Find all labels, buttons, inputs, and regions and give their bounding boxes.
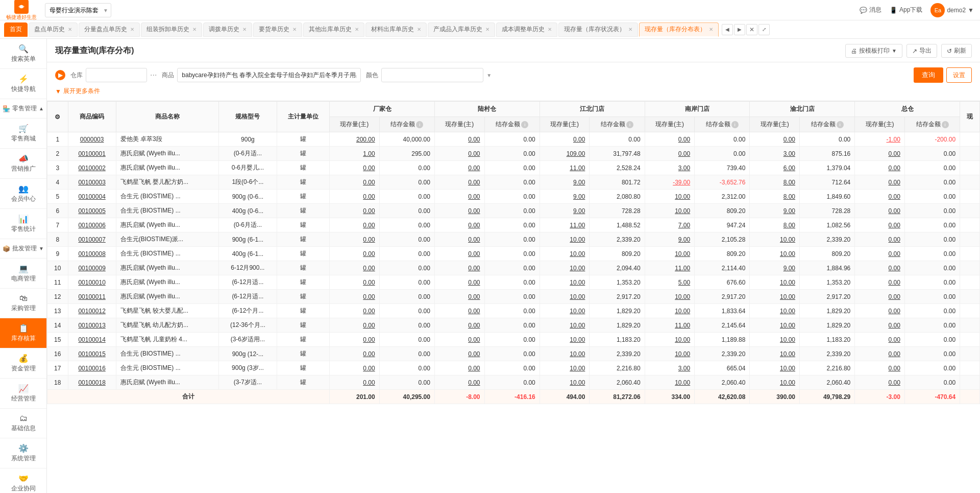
expand-button[interactable]: ▼ 展开更多条件	[55, 87, 100, 96]
cell-nanan-qty[interactable]: -39.00	[645, 175, 695, 190]
cell-lucun-qty[interactable]: 0.00	[434, 304, 484, 318]
cell-total-qty[interactable]: 0.00	[855, 333, 905, 347]
cell-yubei-qty[interactable]: 8.00	[750, 175, 800, 190]
lucun-amt-info[interactable]: i	[521, 121, 528, 128]
cell-yubei-qty[interactable]: 10.00	[750, 375, 800, 390]
message-button[interactable]: 💬 消息	[860, 6, 881, 14]
cell-code[interactable]: 00100011	[68, 290, 116, 304]
tab-outstock[interactable]: 其他出库单历史 ✕	[303, 22, 364, 37]
tab-product-in[interactable]: 产成品入库单历史 ✕	[428, 22, 495, 37]
tab-cost-adjust-close[interactable]: ✕	[548, 27, 552, 32]
cell-yubei-qty[interactable]: 8.00	[750, 190, 800, 204]
cell-code[interactable]: 0000003	[68, 132, 116, 147]
color-input[interactable]	[381, 68, 483, 82]
cell-total-qty[interactable]: 0.00	[855, 247, 905, 261]
sidebar-item-retail-shop[interactable]: 🛒 零售商城	[0, 119, 46, 149]
color-dropdown-arrow[interactable]: ▼	[486, 73, 492, 78]
sidebar-item-search[interactable]: 🔍 搜索英单	[0, 39, 46, 69]
tab-assemble[interactable]: 组装拆卸单历史 ✕	[141, 22, 202, 37]
cell-lucun-qty[interactable]: 0.00	[434, 318, 484, 333]
cell-total-qty[interactable]: -1.00	[855, 132, 905, 147]
cell-jiangbei-qty[interactable]: 109.00	[540, 147, 590, 161]
cell-yubei-qty[interactable]: 6.00	[750, 161, 800, 175]
cell-yubei-qty[interactable]: 9.00	[750, 204, 800, 218]
cell-code[interactable]: 00100003	[68, 175, 116, 190]
cell-nanan-qty[interactable]: 10.00	[645, 290, 695, 304]
tab-inventory-count[interactable]: 盘点单历史 ✕	[29, 22, 78, 37]
cell-code[interactable]: 00100007	[68, 232, 116, 247]
cell-lucun-qty[interactable]: 0.00	[434, 161, 484, 175]
setting-button[interactable]: 设置	[946, 67, 972, 83]
yubei-amt-info[interactable]: i	[837, 121, 844, 128]
cell-yubei-qty[interactable]: 10.00	[750, 247, 800, 261]
cell-code[interactable]: 00100015	[68, 347, 116, 361]
cell-nanan-qty[interactable]: 11.00	[645, 261, 695, 275]
cell-total-qty[interactable]: 0.00	[855, 375, 905, 390]
cell-lucun-qty[interactable]: 0.00	[434, 218, 484, 232]
warehouse-dots[interactable]: ···	[150, 71, 157, 80]
export-button[interactable]: ↗ 导出	[906, 44, 937, 58]
query-button[interactable]: 查询	[914, 67, 943, 83]
cell-yubei-qty[interactable]: 10.00	[750, 333, 800, 347]
cell-changjia-qty[interactable]: 0.00	[330, 333, 380, 347]
cell-jiangbei-qty[interactable]: 11.00	[540, 161, 590, 175]
tab-transfer[interactable]: 调拨单历史 ✕	[203, 22, 252, 37]
tab-material-out[interactable]: 材料出库单历史 ✕	[365, 22, 427, 37]
tab-home[interactable]: 首页	[4, 22, 28, 37]
cell-jiangbei-qty[interactable]: 9.00	[540, 175, 590, 190]
jiangbei-amt-info[interactable]: i	[626, 121, 633, 128]
cell-changjia-qty[interactable]: 1.00	[330, 147, 380, 161]
cell-total-qty[interactable]: 0.00	[855, 361, 905, 375]
cell-nanan-qty[interactable]: 10.00	[645, 247, 695, 261]
tab-order-close[interactable]: ✕	[292, 27, 297, 32]
cell-code[interactable]: 00100004	[68, 190, 116, 204]
tab-material-out-close[interactable]: ✕	[417, 27, 421, 32]
cell-yubei-qty[interactable]: 10.00	[750, 275, 800, 290]
cell-changjia-qty[interactable]: 0.00	[330, 347, 380, 361]
tab-order[interactable]: 要货单历史 ✕	[253, 22, 302, 37]
cell-nanan-qty[interactable]: 0.00	[645, 147, 695, 161]
sidebar-item-member[interactable]: 👥 会员中心	[0, 179, 46, 209]
cell-lucun-qty[interactable]: 0.00	[434, 175, 484, 190]
cell-changjia-qty[interactable]: 200.00	[330, 132, 380, 147]
tab-inventory-count-close[interactable]: ✕	[68, 27, 72, 32]
cell-jiangbei-qty[interactable]: 10.00	[540, 304, 590, 318]
tab-stock-status[interactable]: 现存量（库存状况表） ✕	[558, 22, 638, 37]
filter-collapse-button[interactable]: ▶	[55, 70, 65, 80]
cell-yubei-qty[interactable]: 10.00	[750, 290, 800, 304]
cell-changjia-qty[interactable]: 0.00	[330, 275, 380, 290]
cell-code[interactable]: 00100010	[68, 275, 116, 290]
goods-input[interactable]	[177, 68, 361, 82]
nanan-amt-info[interactable]: i	[731, 121, 739, 128]
cell-yubei-qty[interactable]: 0.00	[750, 132, 800, 147]
sidebar-item-quick[interactable]: ⚡ 快捷导航	[0, 69, 46, 99]
cell-lucun-qty[interactable]: 0.00	[434, 247, 484, 261]
cell-code[interactable]: 00100006	[68, 218, 116, 232]
cell-code[interactable]: 00100014	[68, 333, 116, 347]
tab-product-in-close[interactable]: ✕	[485, 27, 489, 32]
nav-prev-button[interactable]: ◀	[722, 24, 733, 35]
cell-changjia-qty[interactable]: 0.00	[330, 375, 380, 390]
cell-total-qty[interactable]: 0.00	[855, 204, 905, 218]
sidebar-item-purchase[interactable]: 🛍 采购管理	[0, 289, 46, 318]
cell-code[interactable]: 00100018	[68, 375, 116, 390]
cell-jiangbei-qty[interactable]: 10.00	[540, 247, 590, 261]
cell-changjia-qty[interactable]: 0.00	[330, 161, 380, 175]
cell-lucun-qty[interactable]: 0.00	[434, 261, 484, 275]
user-menu[interactable]: Ea demo2 ▼	[930, 3, 974, 17]
tab-portion-count[interactable]: 分量盘点单历史 ✕	[79, 22, 140, 37]
app-download-button[interactable]: 📱 App下载	[890, 6, 922, 14]
cell-changjia-qty[interactable]: 0.00	[330, 318, 380, 333]
cell-lucun-qty[interactable]: 0.00	[434, 275, 484, 290]
cell-changjia-qty[interactable]: 0.00	[330, 304, 380, 318]
cell-yubei-qty[interactable]: 10.00	[750, 318, 800, 333]
cell-lucun-qty[interactable]: 0.00	[434, 190, 484, 204]
cell-lucun-qty[interactable]: 0.00	[434, 375, 484, 390]
tab-cost-adjust[interactable]: 成本调整单历史 ✕	[496, 22, 557, 37]
cell-changjia-qty[interactable]: 0.00	[330, 232, 380, 247]
cell-jiangbei-qty[interactable]: 10.00	[540, 333, 590, 347]
cell-total-qty[interactable]: 0.00	[855, 261, 905, 275]
print-button[interactable]: 🖨 按模板打印 ▼	[845, 44, 902, 58]
cell-nanan-qty[interactable]: 9.00	[645, 232, 695, 247]
cell-total-qty[interactable]: 0.00	[855, 232, 905, 247]
